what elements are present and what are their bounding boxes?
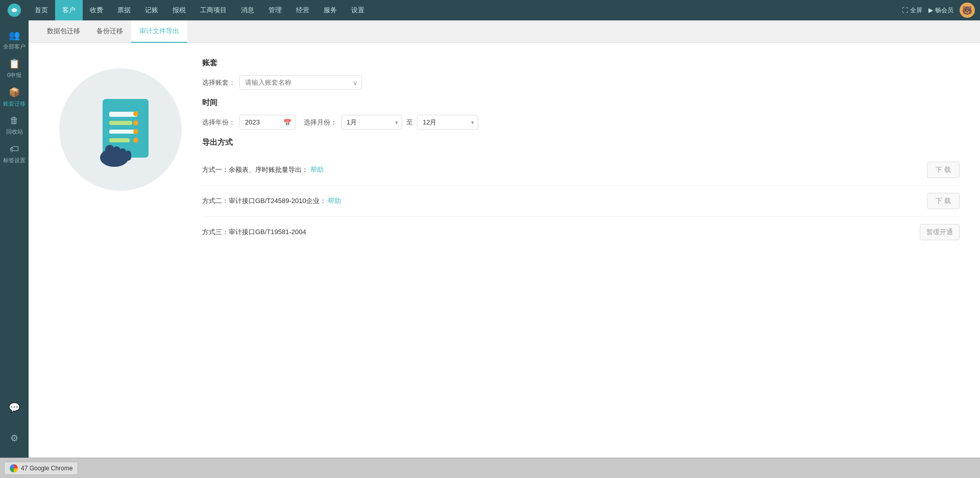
nav-home[interactable]: 首页 — [28, 0, 55, 20]
svg-rect-4 — [109, 130, 135, 134]
settings-icon: ⚙ — [10, 433, 18, 444]
nav-menu: 首页 客户 收费 票据 记账 报税 工商项目 消息 管理 经营 服务 设置 — [28, 0, 902, 20]
fullscreen-icon: ⛶ — [902, 7, 908, 14]
app-logo[interactable] — [5, 1, 23, 19]
nav-operation[interactable]: 经营 — [289, 0, 316, 20]
tab-bar: 数据包迁移 备份迁移 审计文件导出 — [29, 20, 980, 43]
tag-icon: 🏷 — [10, 144, 19, 155]
tab-audit-export[interactable]: 审计文件导出 — [131, 20, 187, 43]
export-method-1: 方式一：余额表、序时账批量导出： 帮助 下 载 — [202, 155, 960, 186]
account-select-label: 选择账套： — [202, 78, 235, 87]
account-select-row: 选择账套： ∨ — [202, 75, 960, 90]
method-1-download-btn[interactable]: 下 载 — [927, 162, 960, 178]
method-2-download-btn[interactable]: 下 载 — [927, 193, 960, 209]
year-input-wrapper: 📅 — [239, 115, 296, 130]
svg-rect-2 — [109, 112, 137, 117]
method-3-text: 方式三：审计接口GB/T19581-2004 — [202, 228, 306, 237]
tab-data-migration[interactable]: 数据包迁移 — [39, 20, 88, 43]
nav-manage[interactable]: 管理 — [261, 0, 289, 20]
month-start-select[interactable]: 1月2月3月4月 5月6月7月8月 9月10月11月12月 — [341, 115, 402, 130]
vip-icon: ▶ — [928, 7, 933, 14]
time-separator: 至 — [406, 118, 413, 127]
month-end-select[interactable]: 1月2月3月4月 5月6月7月8月 9月10月11月12月 — [417, 115, 478, 130]
help-icon: 💬 — [9, 402, 20, 413]
month-end-wrapper: 1月2月3月4月 5月6月7月8月 9月10月11月12月 — [417, 115, 478, 130]
nav-customer[interactable]: 客户 — [55, 0, 83, 20]
customers-icon: 👥 — [9, 30, 20, 41]
sidebar-item-all-customers[interactable]: 👥 全部客户 — [0, 26, 29, 54]
nav-invoice[interactable]: 票据 — [110, 0, 138, 20]
vip-button[interactable]: ▶ 畅会员 — [928, 6, 953, 15]
taskbar-chrome[interactable]: 47 Google Chrome — [4, 462, 78, 475]
method-2-text: 方式二：审计接口GB/T24589-2010企业： 帮助 — [202, 196, 341, 206]
calendar-icon: 📅 — [283, 118, 291, 126]
svg-point-8 — [133, 129, 138, 134]
migrate-icon: 📦 — [9, 87, 20, 98]
time-section-title: 时间 — [202, 98, 960, 108]
nav-business[interactable]: 工商项目 — [193, 0, 234, 20]
illustration-area — [49, 58, 192, 442]
sidebar-item-help[interactable]: 💬 — [0, 393, 29, 422]
top-nav-right: ⛶ 全屏 ▶ 畅会员 🐻 — [902, 3, 975, 18]
form-area: 账套 选择账套： ∨ 时间 选择年份： 📅 选择月份： — [192, 58, 960, 442]
chrome-icon — [10, 464, 18, 472]
account-select-input[interactable] — [239, 75, 362, 90]
svg-rect-3 — [109, 121, 132, 125]
nav-service[interactable]: 服务 — [316, 0, 344, 20]
export-method-2: 方式二：审计接口GB/T24589-2010企业： 帮助 下 载 — [202, 186, 960, 217]
method-1-help-link[interactable]: 帮助 — [310, 166, 324, 173]
nav-fee[interactable]: 收费 — [83, 0, 110, 20]
svg-point-7 — [133, 120, 138, 125]
month-label: 选择月份： — [304, 118, 337, 127]
fullscreen-button[interactable]: ⛶ 全屏 — [902, 6, 922, 15]
nav-message[interactable]: 消息 — [234, 0, 261, 20]
svg-rect-14 — [125, 150, 131, 161]
sidebar-item-trash[interactable]: 🗑 回收站 — [0, 111, 29, 140]
nav-tax[interactable]: 报税 — [165, 0, 193, 20]
sidebar: 👥 全部客户 📋 0申报 📦 账套迁移 🗑 回收站 🏷 标签设置 💬 ⚙ — [0, 20, 29, 458]
illustration-svg — [80, 86, 161, 173]
export-section-title: 导出方式 — [202, 138, 960, 147]
declare-icon: 📋 — [9, 58, 20, 69]
trash-icon: 🗑 — [10, 115, 19, 126]
method-3-pending-btn[interactable]: 暂缓开通 — [920, 224, 960, 240]
svg-point-9 — [133, 138, 138, 143]
account-select-wrapper: ∨ — [239, 75, 362, 90]
main-layout: 👥 全部客户 📋 0申报 📦 账套迁移 🗑 回收站 🏷 标签设置 💬 ⚙ — [0, 20, 980, 458]
svg-point-6 — [133, 111, 138, 116]
svg-rect-12 — [113, 146, 120, 162]
year-label: 选择年份： — [202, 118, 235, 127]
page-content: 账套 选择账套： ∨ 时间 选择年份： 📅 选择月份： — [29, 43, 980, 458]
sidebar-item-zero-declare[interactable]: 📋 0申报 — [0, 54, 29, 83]
svg-rect-5 — [109, 138, 130, 142]
nav-settings[interactable]: 设置 — [344, 0, 372, 20]
illustration-circle — [59, 68, 182, 191]
sidebar-item-migrate[interactable]: 📦 账套迁移 — [0, 83, 29, 111]
dropdown-icon: ∨ — [353, 79, 358, 86]
sidebar-item-settings[interactable]: ⚙ — [0, 424, 29, 452]
time-row: 选择年份： 📅 选择月份： 1月2月3月4月 5月6月7月8月 9月10月11月… — [202, 115, 960, 130]
method-1-text: 方式一：余额表、序时账批量导出： 帮助 — [202, 165, 324, 174]
nav-bookkeeping[interactable]: 记账 — [138, 0, 165, 20]
month-start-wrapper: 1月2月3月4月 5月6月7月8月 9月10月11月12月 — [341, 115, 402, 130]
taskbar: 47 Google Chrome — [0, 458, 980, 478]
tab-backup-migration[interactable]: 备份迁移 — [88, 20, 131, 43]
method-2-help-link[interactable]: 帮助 — [328, 197, 341, 205]
content-area: 数据包迁移 备份迁移 审计文件导出 — [29, 20, 980, 458]
sidebar-item-tags[interactable]: 🏷 标签设置 — [0, 140, 29, 168]
sidebar-bottom: 💬 ⚙ — [0, 393, 29, 458]
export-method-3: 方式三：审计接口GB/T19581-2004 暂缓开通 — [202, 217, 960, 247]
user-avatar[interactable]: 🐻 — [960, 3, 975, 18]
account-section-title: 账套 — [202, 58, 960, 68]
top-navigation: 首页 客户 收费 票据 记账 报税 工商项目 消息 管理 经营 服务 设置 ⛶ … — [0, 0, 980, 20]
